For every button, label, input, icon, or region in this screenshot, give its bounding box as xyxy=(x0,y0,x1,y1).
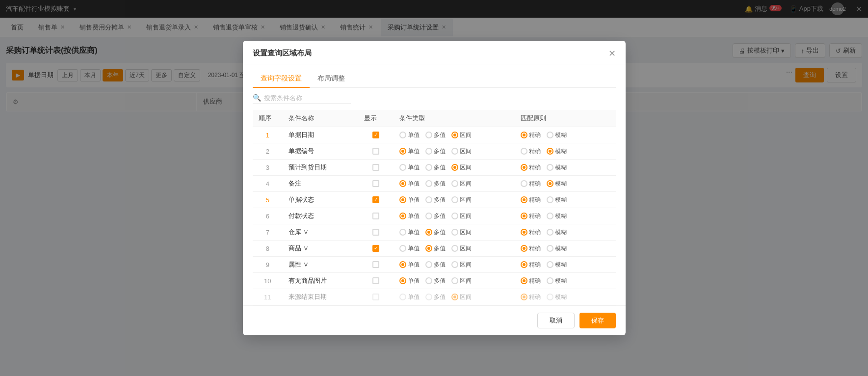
table-row: 8商品 ∨单值多值区间精确模糊 xyxy=(253,241,616,257)
modal-close-button[interactable]: ✕ xyxy=(608,49,616,58)
radio-item-match[interactable]: 精确 xyxy=(521,261,541,269)
checkbox-display[interactable] xyxy=(372,132,379,138)
checkbox-display[interactable] xyxy=(372,180,379,187)
checkbox-display[interactable] xyxy=(372,261,379,268)
row-match: 精确模糊 xyxy=(515,273,616,289)
radio-item-match[interactable]: 模糊 xyxy=(547,147,567,156)
radio-item-type[interactable]: 单值 xyxy=(399,212,420,220)
radio-item-type[interactable]: 多值 xyxy=(425,163,446,172)
checkbox-display[interactable] xyxy=(372,148,379,155)
row-name: 属性 ∨ xyxy=(283,257,358,273)
checkbox-display[interactable] xyxy=(372,196,379,203)
radio-item-match[interactable]: 模糊 xyxy=(547,228,567,237)
radio-item-type[interactable]: 多值 xyxy=(425,212,446,220)
radio-item-type[interactable]: 单值 xyxy=(399,196,420,204)
row-name: 预计到货日期 xyxy=(283,160,358,176)
radio-item-type[interactable]: 区间 xyxy=(451,244,472,253)
radio-item-type[interactable]: 区间 xyxy=(451,196,472,204)
row-show-checkbox[interactable] xyxy=(358,289,394,305)
radio-item-match[interactable]: 精确 xyxy=(521,196,541,204)
row-show-checkbox[interactable] xyxy=(358,208,394,224)
radio-item-type[interactable]: 区间 xyxy=(451,131,472,139)
radio-item-type[interactable]: 单值 xyxy=(399,163,420,172)
radio-item-match[interactable]: 模糊 xyxy=(547,244,567,253)
radio-item-match[interactable]: 模糊 xyxy=(547,293,567,301)
radio-item-type[interactable]: 单值 xyxy=(399,147,420,156)
radio-item-type[interactable]: 区间 xyxy=(451,180,472,188)
radio-item-type[interactable]: 多值 xyxy=(425,228,446,237)
row-type: 单值多值区间 xyxy=(394,273,515,289)
radio-item-type[interactable]: 多值 xyxy=(425,261,446,269)
row-show-checkbox[interactable] xyxy=(358,241,394,257)
modal-tab-layout[interactable]: 布局调整 xyxy=(310,70,353,88)
cancel-button[interactable]: 取消 xyxy=(537,313,575,328)
row-order: 8 xyxy=(253,241,283,257)
radio-item-match[interactable]: 模糊 xyxy=(547,212,567,220)
row-show-checkbox[interactable] xyxy=(358,257,394,273)
radio-item-type[interactable]: 单值 xyxy=(399,131,420,139)
radio-item-match[interactable]: 精确 xyxy=(521,131,541,139)
radio-item-match[interactable]: 模糊 xyxy=(547,180,567,188)
radio-item-type[interactable]: 多值 xyxy=(425,180,446,188)
row-show-checkbox[interactable] xyxy=(358,143,394,160)
radio-item-type[interactable]: 区间 xyxy=(451,277,472,285)
radio-circle xyxy=(521,196,527,203)
radio-item-type[interactable]: 区间 xyxy=(451,147,472,156)
radio-item-match[interactable]: 模糊 xyxy=(547,163,567,172)
radio-item-type[interactable]: 多值 xyxy=(425,147,446,156)
radio-item-type[interactable]: 区间 xyxy=(451,163,472,172)
radio-item-type[interactable]: 单值 xyxy=(399,180,420,188)
table-row: 4备注单值多值区间精确模糊 xyxy=(253,176,616,192)
checkbox-display[interactable] xyxy=(372,213,379,219)
radio-item-type[interactable]: 区间 xyxy=(451,261,472,269)
radio-item-type[interactable]: 单值 xyxy=(399,277,420,285)
radio-item-match[interactable]: 模糊 xyxy=(547,196,567,204)
row-show-checkbox[interactable] xyxy=(358,192,394,208)
radio-item-match[interactable]: 精确 xyxy=(521,293,541,301)
checkbox-display[interactable] xyxy=(372,277,379,284)
modal-tab-query-fields[interactable]: 查询字段设置 xyxy=(253,70,310,88)
radio-item-match[interactable]: 精确 xyxy=(521,163,541,172)
radio-item-type[interactable]: 多值 xyxy=(425,293,446,301)
row-show-checkbox[interactable] xyxy=(358,176,394,192)
search-input[interactable] xyxy=(264,94,351,102)
radio-circle xyxy=(547,261,553,268)
radio-item-type[interactable]: 单值 xyxy=(399,293,420,301)
row-show-checkbox[interactable] xyxy=(358,160,394,176)
row-show-checkbox[interactable] xyxy=(358,224,394,241)
radio-item-type[interactable]: 单值 xyxy=(399,228,420,237)
radio-item-match[interactable]: 精确 xyxy=(521,147,541,156)
row-order: 10 xyxy=(253,273,283,289)
table-row: 1单据日期单值多值区间精确模糊 xyxy=(253,127,616,143)
radio-item-match[interactable]: 模糊 xyxy=(547,131,567,139)
radio-item-type[interactable]: 区间 xyxy=(451,212,472,220)
modal-table-container: 顺序 条件名称 显示 条件类型 匹配原则 1单据日期单值多值区间精确模糊2单据编… xyxy=(253,110,616,305)
row-show-checkbox[interactable] xyxy=(358,273,394,289)
radio-item-type[interactable]: 区间 xyxy=(451,293,472,301)
radio-item-match[interactable]: 精确 xyxy=(521,212,541,220)
row-type: 单值多值区间 xyxy=(394,176,515,192)
checkbox-display[interactable] xyxy=(372,294,379,300)
radio-item-type[interactable]: 多值 xyxy=(425,196,446,204)
radio-item-type[interactable]: 区间 xyxy=(451,228,472,237)
save-button[interactable]: 保存 xyxy=(579,313,616,328)
radio-item-match[interactable]: 模糊 xyxy=(547,277,567,285)
radio-circle xyxy=(425,213,432,219)
radio-item-type[interactable]: 多值 xyxy=(425,131,446,139)
checkbox-display[interactable] xyxy=(372,229,379,236)
radio-item-type[interactable]: 多值 xyxy=(425,277,446,285)
radio-item-match[interactable]: 精确 xyxy=(521,180,541,188)
radio-item-type[interactable]: 多值 xyxy=(425,244,446,253)
radio-item-match[interactable]: 模糊 xyxy=(547,261,567,269)
radio-item-type[interactable]: 单值 xyxy=(399,261,420,269)
radio-circle xyxy=(451,294,458,300)
checkbox-display[interactable] xyxy=(372,245,379,252)
radio-circle xyxy=(425,148,432,155)
radio-item-match[interactable]: 精确 xyxy=(521,277,541,285)
row-show-checkbox[interactable] xyxy=(358,127,394,143)
radio-item-match[interactable]: 精确 xyxy=(521,244,541,253)
radio-circle xyxy=(399,164,406,171)
checkbox-display[interactable] xyxy=(372,164,379,171)
radio-item-match[interactable]: 精确 xyxy=(521,228,541,237)
radio-item-type[interactable]: 单值 xyxy=(399,244,420,253)
